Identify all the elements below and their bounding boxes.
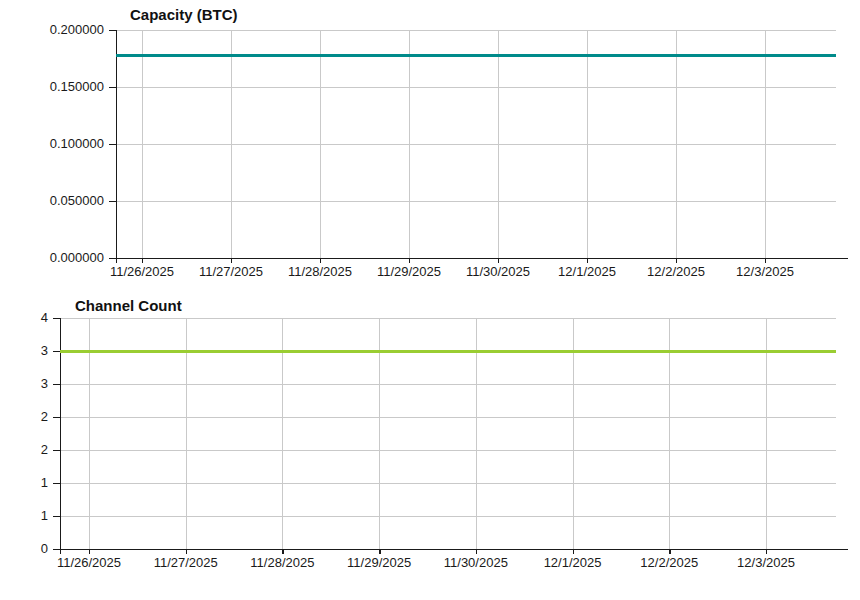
channel-count-y-tickmark: [53, 516, 60, 517]
channel-count-x-tick-label: 11/28/2025: [237, 555, 327, 570]
charts-canvas: Capacity (BTC) Channel Count 0.2000000.1…: [0, 0, 860, 600]
channel-count-y-tickmark: [53, 384, 60, 385]
channel-count-v-gridline: [669, 318, 670, 549]
channel-count-y-tickmark: [53, 450, 60, 451]
channel-count-v-gridline: [89, 318, 90, 549]
channel-count-x-tick-label: 11/30/2025: [431, 555, 521, 570]
channel-count-y-tick-label: 2: [0, 442, 48, 457]
channel-count-y-tickmark: [53, 351, 60, 352]
channel-count-h-gridline: [60, 417, 836, 418]
capacity-series-line: [116, 54, 836, 57]
channel-count-x-axis-line: [60, 549, 848, 550]
channel-count-x-tick-label: 11/27/2025: [141, 555, 231, 570]
channel-count-x-tick-label: 12/3/2025: [721, 555, 811, 570]
channel-count-y-tickmark: [53, 318, 60, 319]
channel-count-v-gridline: [282, 318, 283, 549]
channel-count-h-gridline: [60, 516, 836, 517]
channel-count-x-tick-label: 11/26/2025: [44, 555, 134, 570]
channel-count-v-gridline: [379, 318, 380, 549]
channel-count-y-tick-label: 0: [0, 541, 48, 556]
channel-count-v-gridline: [766, 318, 767, 549]
channel-count-y-tick-label: 3: [0, 376, 48, 391]
channel-count-y-tick-label: 3: [0, 343, 48, 358]
channel-count-y-tick-label: 4: [0, 310, 48, 325]
channel-count-y-tickmark: [53, 483, 60, 484]
channel-count-y-tick-label: 1: [0, 475, 48, 490]
channel-count-v-gridline: [573, 318, 574, 549]
channel-count-x-tick-label: 12/1/2025: [528, 555, 618, 570]
channel-count-y-axis-line: [60, 318, 61, 554]
channel-count-y-tick-label: 2: [0, 409, 48, 424]
channel-count-h-gridline: [60, 483, 836, 484]
channel-count-v-gridline: [186, 318, 187, 549]
channel-count-y-tick-label: 1: [0, 508, 48, 523]
channel-count-h-gridline: [60, 384, 836, 385]
channel-count-x-tick-label: 12/2/2025: [624, 555, 714, 570]
channel-count-h-gridline: [60, 450, 836, 451]
channel-count-series-line: [60, 350, 836, 353]
channel-count-v-gridline: [476, 318, 477, 549]
channel-count-h-gridline: [60, 318, 836, 319]
channel-count-y-tickmark: [53, 417, 60, 418]
channel-count-chart: 4332211011/26/202511/27/202511/28/202511…: [0, 0, 860, 600]
channel-count-x-tick-label: 11/29/2025: [334, 555, 424, 570]
channel-count-y-tickmark: [53, 549, 60, 550]
